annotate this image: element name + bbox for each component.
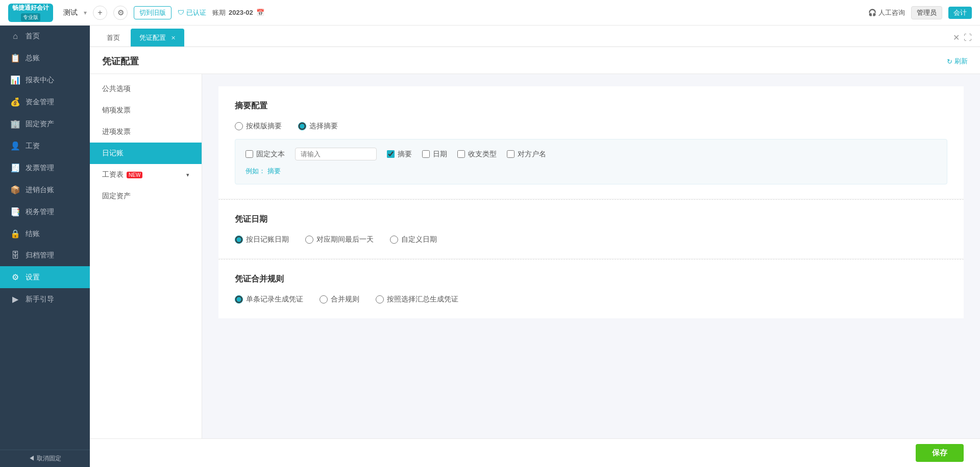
checkbox-summary[interactable]: 摘要: [387, 150, 412, 159]
sidebar-item-settings[interactable]: ⚙ 设置: [0, 266, 90, 288]
left-nav-public[interactable]: 公共选项: [90, 78, 202, 100]
radio-select-merge-label: 按照选择汇总生成凭证: [387, 295, 458, 304]
example-row: 例如： 摘要: [246, 167, 937, 176]
tab-home[interactable]: 首页: [98, 29, 129, 46]
sidebar-item-sales[interactable]: 📦 进销台账: [0, 179, 90, 201]
sidebar-item-ledger[interactable]: 📋 总账: [0, 47, 90, 69]
radio-select-merge[interactable]: 按照选择汇总生成凭证: [376, 295, 458, 304]
checkbox-fixed-text[interactable]: 固定文本: [246, 150, 285, 159]
settings-icon: ⚙: [10, 272, 20, 282]
sidebar-label-tax: 税务管理: [26, 207, 54, 217]
save-bar: 保存: [90, 438, 980, 467]
sidebar-item-archive[interactable]: 🗄 归档管理: [0, 245, 90, 266]
radio-single[interactable]: 单条记录生成凭证: [235, 295, 303, 304]
tab-close-icon[interactable]: ✕: [171, 35, 176, 41]
sidebar-item-guide[interactable]: ▶ 新手引导: [0, 288, 90, 310]
sidebar-item-assets[interactable]: 🏢 固定资产: [0, 113, 90, 135]
checkbox-date[interactable]: 日期: [422, 150, 447, 159]
radio-merge-label: 合并规则: [331, 295, 359, 304]
refresh-label: 刷新: [954, 57, 968, 66]
checkbox-row: 固定文本 摘要 日期: [246, 148, 937, 160]
cancel-fixed-button[interactable]: ◀ 取消固定: [0, 450, 90, 467]
radio-custom-date-input[interactable]: [390, 236, 398, 244]
cancel-fixed-label: ◀ 取消固定: [29, 454, 61, 463]
add-button[interactable]: +: [93, 6, 107, 20]
example-value: 摘要: [267, 167, 281, 175]
left-nav-fixed-assets-label: 固定资产: [102, 192, 131, 201]
fullscreen-icon[interactable]: ⛶: [964, 33, 972, 42]
consult-button[interactable]: 🎧 人工咨询: [868, 8, 905, 17]
radio-single-input[interactable]: [235, 295, 243, 303]
sidebar-item-tax[interactable]: 📑 税务管理: [0, 201, 90, 223]
switch-version-button[interactable]: 切到旧版: [134, 6, 172, 19]
left-nav-payroll-table[interactable]: 工资表 NEW ▾: [90, 164, 202, 185]
radio-period-last[interactable]: 对应期间最后一天: [305, 235, 374, 244]
radio-template-summary[interactable]: 按模版摘要: [235, 122, 282, 131]
sidebar-item-reports[interactable]: 📊 报表中心: [0, 69, 90, 91]
chevron-down-icon[interactable]: ▾: [84, 9, 87, 16]
sidebar-item-funds[interactable]: 💰 资金管理: [0, 91, 90, 113]
checkbox-counterparty[interactable]: 对方户名: [507, 150, 546, 159]
page-title: 凭证配置: [102, 55, 139, 74]
radio-custom-date[interactable]: 自定义日期: [390, 235, 437, 244]
radio-select-merge-input[interactable]: [376, 295, 384, 303]
sidebar-item-close[interactable]: 🔒 结账: [0, 223, 90, 245]
period-value: 2023-02: [229, 9, 253, 16]
sidebar-label-close: 结账: [26, 229, 40, 239]
left-nav-journal[interactable]: 日记账: [90, 143, 202, 164]
gear-button[interactable]: ⚙: [113, 6, 128, 20]
radio-select-label: 选择摘要: [309, 122, 338, 131]
radio-merge-input[interactable]: [320, 295, 328, 303]
tabbar: 首页 凭证配置 ✕ ✕ ⛶: [90, 26, 980, 47]
radio-select-input[interactable]: [298, 122, 306, 130]
shield-icon: 🛡: [178, 9, 184, 16]
content-area: 首页 凭证配置 ✕ ✕ ⛶ 凭证配置 ↻ 刷新: [90, 26, 980, 467]
close-period-icon: 🔒: [10, 229, 20, 239]
left-nav-payroll-table-label: 工资表: [102, 170, 124, 179]
sidebar-label-assets: 固定资产: [26, 120, 54, 129]
user-button[interactable]: 管理员: [911, 6, 942, 19]
sidebar-label-payroll: 工资: [26, 142, 40, 151]
left-nav-sales-invoice[interactable]: 销项发票: [90, 100, 202, 121]
checkbox-counterparty-input[interactable]: [507, 150, 514, 158]
main-layout: ⌂ 首页 📋 总账 📊 报表中心 💰 资金管理 🏢 固定资产 👤 工资 🧾 发票…: [0, 26, 980, 467]
refresh-button[interactable]: ↻ 刷新: [947, 57, 968, 72]
radio-template-input[interactable]: [235, 122, 243, 130]
radio-merge[interactable]: 合并规则: [320, 295, 359, 304]
checkbox-income-type-input[interactable]: [457, 150, 465, 158]
checkbox-fixed-text-input[interactable]: [246, 150, 253, 158]
headset-icon: 🎧: [868, 9, 876, 16]
sidebar-label-guide: 新手引导: [26, 295, 54, 304]
logo-title: 畅捷通好会计: [12, 4, 49, 12]
sales-icon: 📦: [10, 185, 20, 195]
radio-single-label: 单条记录生成凭证: [246, 295, 303, 304]
calendar-icon[interactable]: 📅: [256, 9, 264, 16]
checkbox-summary-input[interactable]: [387, 150, 395, 158]
tab-voucher-config[interactable]: 凭证配置 ✕: [131, 29, 184, 46]
radio-journal-date-input[interactable]: [235, 236, 243, 244]
chevron-down-icon: ▾: [186, 172, 189, 178]
assets-icon: 🏢: [10, 119, 20, 129]
left-nav-purchase-invoice[interactable]: 进项发票: [90, 121, 202, 143]
period-label: 账期: [212, 8, 226, 17]
voucher-date-radio-group: 按日记账日期 对应期间最后一天 自定义日期: [235, 235, 947, 244]
radio-select-summary[interactable]: 选择摘要: [298, 122, 338, 131]
left-nav-public-label: 公共选项: [102, 84, 131, 94]
sidebar-item-payroll[interactable]: 👤 工资: [0, 135, 90, 157]
save-button[interactable]: 保存: [916, 444, 964, 462]
fixed-text-input[interactable]: [295, 148, 377, 160]
summary-checkbox-section: 固定文本 摘要 日期: [235, 139, 947, 184]
left-nav: 公共选项 销项发票 进项发票 日记账 工资表 NEW ▾ 固定资产: [90, 74, 202, 438]
left-nav-fixed-assets[interactable]: 固定资产: [90, 185, 202, 207]
checkbox-date-label: 日期: [433, 150, 447, 159]
checkbox-date-input[interactable]: [422, 150, 430, 158]
merge-rules-title: 凭证合并规则: [235, 274, 947, 285]
sidebar-item-home[interactable]: ⌂ 首页: [0, 26, 90, 47]
radio-period-last-input[interactable]: [305, 236, 313, 244]
close-window-icon[interactable]: ✕: [953, 33, 960, 42]
checkbox-income-type[interactable]: 收支类型: [457, 150, 497, 159]
summary-config-title: 摘要配置: [235, 101, 947, 111]
radio-journal-date[interactable]: 按日记账日期: [235, 235, 289, 244]
sidebar-item-invoice[interactable]: 🧾 发票管理: [0, 157, 90, 179]
radio-template-label: 按模版摘要: [246, 122, 282, 131]
